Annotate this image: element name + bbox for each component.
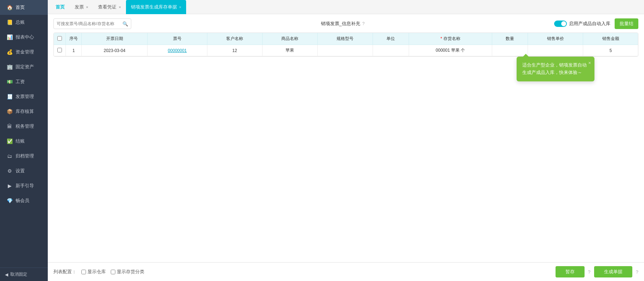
- generate-button[interactable]: 生成单据: [594, 266, 632, 277]
- sidebar: 🏠 首页 📒 总账 📊 报表中心 💰 资金管理 🏢 固定资产 💵 工资 🧾 发票…: [0, 0, 48, 281]
- show-category-checkbox[interactable]: [111, 270, 115, 274]
- invoice-table: 序号 开票日期 票号 客户名称 商品名称 规格型号 单位 * 存货名称 数量 销…: [54, 33, 638, 56]
- sidebar-item-checkout[interactable]: ✅ 结账: [0, 134, 48, 149]
- sidebar-item-inventory[interactable]: 📦 库存核算: [0, 104, 48, 119]
- sidebar-item-archive[interactable]: 🗂 归档管理: [0, 149, 48, 164]
- th-spec: 规格型号: [317, 33, 373, 45]
- th-date: 开票日期: [82, 33, 148, 45]
- sidebar-unfix[interactable]: ◀ 取消固定: [0, 268, 48, 281]
- td-customer: 12: [207, 45, 262, 56]
- inventory-icon: 📦: [6, 109, 13, 114]
- tab-invoice[interactable]: 发票 ×: [70, 0, 93, 14]
- th-index: 序号: [66, 33, 82, 45]
- main-content: 首页 发票 × 查看凭证 × 销项发票生成库存单据 × 🔍 销项发票_信息补充 …: [48, 0, 644, 281]
- sidebar-item-guide[interactable]: ▶ 新手引导: [0, 178, 48, 193]
- td-product: 苹果: [262, 45, 317, 56]
- td-spec: [317, 45, 373, 56]
- invoice-table-wrap: 序号 开票日期 票号 客户名称 商品名称 规格型号 单位 * 存货名称 数量 销…: [53, 33, 638, 57]
- bottom-bar: 列表配置： 显示仓库 显示存货分类 暂存 ? 生成单据 ?: [48, 262, 644, 281]
- sidebar-item-home[interactable]: 🏠 首页: [0, 0, 48, 15]
- td-date: 2023-03-04: [82, 45, 148, 56]
- gen-help-icon[interactable]: ?: [636, 269, 638, 275]
- search-box: 🔍: [53, 18, 131, 29]
- th-unit: 单位: [373, 33, 409, 45]
- show-warehouse-label[interactable]: 显示仓库: [81, 269, 106, 275]
- home-icon: 🏠: [6, 5, 13, 10]
- toolbar: 🔍 销项发票_信息补充 ? 启用产成品自动入库 批量结: [53, 18, 638, 29]
- vip-icon: 💎: [6, 198, 13, 203]
- toggle-knob: [561, 21, 566, 26]
- th-ticket-no: 票号: [148, 33, 207, 45]
- sidebar-item-reports[interactable]: 📊 报表中心: [0, 30, 48, 45]
- sidebar-item-settings[interactable]: ⚙ 设置: [0, 164, 48, 178]
- sidebar-item-funds[interactable]: 💰 资金管理: [0, 45, 48, 59]
- search-input[interactable]: [57, 21, 122, 26]
- tooltip-popup: × 适合生产型企业，销项发票自动生成产成品入库，快来体验～: [517, 57, 594, 81]
- td-unit: [373, 45, 409, 56]
- tab-sales-invoice[interactable]: 销项发票生成库存单据 ×: [126, 0, 186, 14]
- th-unit-price: 销售单价: [528, 33, 583, 45]
- th-amount: 销售金额: [583, 33, 638, 45]
- archive-icon: 🗂: [6, 153, 13, 159]
- td-amount: 5: [583, 45, 638, 56]
- tab-invoice-close[interactable]: ×: [86, 5, 88, 9]
- reports-icon: 📊: [6, 34, 13, 40]
- settings-icon: ⚙: [6, 168, 13, 174]
- invoice-icon: 🧾: [6, 94, 13, 99]
- sidebar-item-salary[interactable]: 💵 工资: [0, 74, 48, 89]
- salary-icon: 💵: [6, 79, 13, 85]
- td-inventory: 000001 苹果 个: [409, 45, 492, 56]
- batch-button[interactable]: 批量结: [615, 18, 638, 29]
- tab-home[interactable]: 首页: [51, 0, 70, 14]
- th-quantity: 数量: [492, 33, 528, 45]
- show-category-label[interactable]: 显示存货分类: [111, 269, 144, 275]
- th-product: 商品名称: [262, 33, 317, 45]
- th-checkbox: [54, 33, 66, 45]
- td-ticket-no[interactable]: 00000001: [148, 45, 207, 56]
- sidebar-item-ledger[interactable]: 📒 总账: [0, 15, 48, 30]
- th-inventory: * 存货名称: [409, 33, 492, 45]
- th-customer: 客户名称: [207, 33, 262, 45]
- tooltip-text: 适合生产型企业，销项发票自动生成产成品入库，快来体验～: [522, 62, 587, 75]
- info-section: 销项发票_信息补充 ?: [321, 21, 365, 27]
- tab-sales-invoice-close[interactable]: ×: [179, 5, 181, 9]
- td-quantity: [492, 45, 528, 56]
- checkout-icon: ✅: [6, 138, 13, 144]
- td-row-checkbox: [54, 45, 66, 56]
- tab-bar: 首页 发票 × 查看凭证 × 销项发票生成库存单据 ×: [48, 0, 644, 14]
- info-help-icon[interactable]: ?: [362, 21, 365, 26]
- funds-icon: 💰: [6, 49, 13, 55]
- ledger-icon: 📒: [6, 19, 13, 25]
- guide-icon: ▶: [6, 183, 13, 189]
- unfix-icon: ◀: [5, 272, 8, 277]
- list-config: 列表配置： 显示仓库 显示存货分类: [53, 269, 144, 275]
- sidebar-item-tax[interactable]: 🏛 税务管理: [0, 119, 48, 134]
- content-area: 🔍 销项发票_信息补充 ? 启用产成品自动入库 批量结: [48, 14, 644, 262]
- info-label: 销项发票_信息补充: [321, 21, 360, 27]
- sidebar-item-vip[interactable]: 💎 畅会员: [0, 193, 48, 208]
- auto-warehouse-toggle[interactable]: [554, 21, 567, 27]
- row-checkbox[interactable]: [57, 48, 62, 52]
- td-unit-price: [528, 45, 583, 56]
- toggle-section: 启用产成品自动入库: [554, 21, 610, 27]
- save-help-icon[interactable]: ?: [588, 269, 591, 275]
- ticket-no-link[interactable]: 00000001: [168, 48, 186, 53]
- config-label: 列表配置：: [53, 269, 76, 275]
- sidebar-item-assets[interactable]: 🏢 固定资产: [0, 59, 48, 74]
- tab-voucher-close[interactable]: ×: [119, 5, 121, 9]
- sidebar-item-invoice[interactable]: 🧾 发票管理: [0, 89, 48, 104]
- tooltip-close-button[interactable]: ×: [588, 59, 591, 67]
- show-warehouse-checkbox[interactable]: [81, 270, 86, 274]
- search-icon: 🔍: [122, 21, 128, 27]
- save-button[interactable]: 暂存: [556, 266, 585, 277]
- tax-icon: 🏛: [6, 124, 13, 129]
- table-row: 1 2023-03-04 00000001 12 苹果 000001 苹果 个 …: [54, 45, 638, 56]
- assets-icon: 🏢: [6, 64, 13, 70]
- tab-voucher[interactable]: 查看凭证 ×: [93, 0, 126, 14]
- toggle-label: 启用产成品自动入库: [569, 21, 610, 27]
- table-header-row: 序号 开票日期 票号 客户名称 商品名称 规格型号 单位 * 存货名称 数量 销…: [54, 33, 638, 45]
- select-all-checkbox[interactable]: [57, 36, 62, 41]
- td-index: 1: [66, 45, 82, 56]
- bottom-actions: 暂存 ? 生成单据 ?: [556, 266, 638, 277]
